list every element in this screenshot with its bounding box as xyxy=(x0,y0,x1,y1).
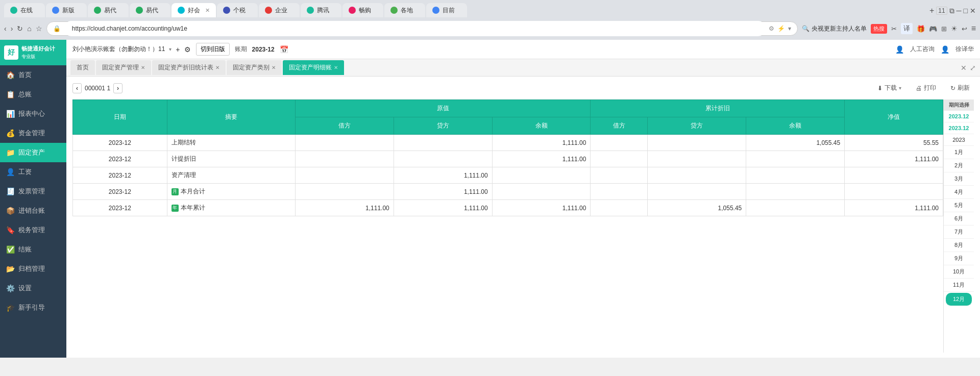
tab-depreciation-stats[interactable]: 固定资产折旧统计表 ✕ xyxy=(152,60,226,75)
restore-window-icon[interactable]: ⧉ xyxy=(949,7,954,15)
sidebar-item-invoice[interactable]: 🧾 发票管理 xyxy=(0,182,66,201)
tab-asset-category[interactable]: 固定资产类别 ✕ xyxy=(227,60,282,75)
browser-tab-active[interactable]: 好会 ✕ xyxy=(172,3,216,17)
col-accumulated-depreciation: 累计折旧 xyxy=(591,100,845,117)
logo-text: 畅捷通好会计 xyxy=(21,45,55,53)
sidebar-item-reports[interactable]: 📊 报表中心 xyxy=(0,104,66,123)
month-10[interactable]: 10月 xyxy=(944,265,974,279)
forward-button[interactable]: › xyxy=(11,24,13,33)
undo-icon[interactable]: ↩ xyxy=(962,25,967,33)
sidebar-item-finance[interactable]: 💰 资金管理 xyxy=(0,123,66,143)
tab-close-icon[interactable]: ✕ xyxy=(141,65,145,70)
browser-tab-chang[interactable]: 畅购 xyxy=(342,3,383,17)
content-area: ‹ 000001 1 › ⬇ 下载 ▾ 🖨 打印 ↻ xyxy=(66,77,980,358)
cut-icon[interactable]: ✂ xyxy=(891,25,897,33)
tab-label: 固定资产类别 xyxy=(233,63,270,72)
calendar-icon[interactable]: 📅 xyxy=(280,45,288,54)
settings-mini-icon[interactable]: ⚙ xyxy=(184,45,191,54)
tab-close-icon[interactable]: ✕ xyxy=(205,7,210,14)
period-value: 2023-12 xyxy=(252,46,275,53)
back-button[interactable]: ‹ xyxy=(4,24,7,33)
maximize-window-icon[interactable]: □ xyxy=(964,7,968,15)
next-page-button[interactable]: › xyxy=(113,83,122,93)
brightness-icon[interactable]: ☀ xyxy=(951,24,958,33)
customer-service-icon: 👤 xyxy=(895,45,904,54)
bookmark-button[interactable]: ☆ xyxy=(36,24,42,33)
tab-overflow-icon[interactable]: 11 xyxy=(936,7,947,15)
grid-icon[interactable]: ⊞ xyxy=(941,25,947,33)
translate-icon[interactable]: 译 xyxy=(901,23,913,34)
url-input[interactable] xyxy=(64,21,766,36)
reload-button[interactable]: ↻ xyxy=(17,24,23,33)
month-1[interactable]: 1月 xyxy=(944,146,974,159)
tab-close-icon[interactable]: ✕ xyxy=(334,65,338,70)
refresh-button[interactable]: ↻ 刷新 xyxy=(946,82,974,94)
browser-tab-new[interactable]: 新版 xyxy=(46,3,87,17)
new-tab-icon[interactable]: + xyxy=(929,6,934,15)
browser-tab-tax[interactable]: 个税 xyxy=(217,3,258,17)
download-button[interactable]: ⬇ 下载 ▾ xyxy=(873,82,905,94)
browser-tab-gedi[interactable]: 各地 xyxy=(384,3,425,17)
menu-icon[interactable]: ≡ xyxy=(971,24,976,33)
sidebar-item-ledger[interactable]: 📋 总账 xyxy=(0,85,66,104)
browser-tab-yidai1[interactable]: 易代 xyxy=(88,3,129,17)
month-4[interactable]: 4月 xyxy=(944,186,974,199)
browser-tab-corp[interactable]: 企业 xyxy=(259,3,300,17)
month-8[interactable]: 8月 xyxy=(944,239,974,252)
sidebar-item-home[interactable]: 🏠 首页 xyxy=(0,65,66,85)
gift-icon[interactable]: 🎁 xyxy=(917,25,925,33)
settings-icon[interactable]: ⚙ xyxy=(769,25,774,32)
month-12[interactable]: 12月 xyxy=(946,293,972,306)
tab-close-icon[interactable]: ✕ xyxy=(272,65,276,70)
browser-tab-muqian[interactable]: 目前 xyxy=(426,3,467,17)
tab-asset-detail[interactable]: 固定资产明细账 ✕ xyxy=(283,60,344,75)
browser-tab-tencent[interactable]: 腾讯 xyxy=(301,3,341,17)
sidebar-item-payroll[interactable]: 👤 工资 xyxy=(0,162,66,182)
tab-label: 腾讯 xyxy=(317,6,329,15)
cell-orig-debit xyxy=(295,135,394,151)
refresh-label: 刷新 xyxy=(958,84,970,92)
home-button[interactable]: ⌂ xyxy=(27,24,31,33)
period-selected-2[interactable]: 2023.12 xyxy=(944,122,974,134)
tab-fixed-asset-mgmt[interactable]: 固定资产管理 ✕ xyxy=(96,60,151,75)
sidebar-item-purchase-sale[interactable]: 📦 进销台账 xyxy=(0,201,66,220)
sidebar-item-close-account[interactable]: ✅ 结账 xyxy=(0,240,66,259)
lightning-icon[interactable]: ⚡ xyxy=(777,25,785,32)
game-icon[interactable]: 🎮 xyxy=(929,25,937,33)
download-dropdown-icon[interactable]: ▾ xyxy=(899,85,901,91)
fullscreen-icon[interactable]: ⤢ xyxy=(970,64,976,72)
switch-button[interactable]: 切到旧版 xyxy=(196,43,230,56)
tab-close-icon[interactable]: ✕ xyxy=(215,65,219,70)
sidebar-item-guide[interactable]: 🎓 新手引导 xyxy=(0,298,66,317)
period-selected-1[interactable]: 2023.12 xyxy=(944,111,974,122)
sidebar-item-settings[interactable]: ⚙️ 设置 xyxy=(0,279,66,298)
month-7[interactable]: 7月 xyxy=(944,225,974,239)
tab-home[interactable]: 首页 xyxy=(70,60,95,75)
month-3[interactable]: 3月 xyxy=(944,172,974,186)
month-9[interactable]: 9月 xyxy=(944,252,974,265)
add-icon[interactable]: + xyxy=(176,45,180,54)
month-2[interactable]: 2月 xyxy=(944,159,974,172)
col-orig-balance: 余额 xyxy=(492,117,591,135)
assets-icon: 📁 xyxy=(6,148,14,157)
tab-label: 好会 xyxy=(188,6,200,15)
close-window-icon[interactable]: ✕ xyxy=(970,7,976,15)
month-5[interactable]: 5月 xyxy=(944,199,974,212)
browser-tab-online[interactable]: 在线 xyxy=(4,3,45,17)
month-6[interactable]: 6月 xyxy=(944,212,974,225)
print-button[interactable]: 🖨 打印 xyxy=(912,82,940,94)
month-11[interactable]: 11月 xyxy=(944,279,974,292)
browser-tab-yidai2[interactable]: 易代 xyxy=(130,3,170,17)
table-row: 2023-12 计提折旧 1,111.00 1,111.00 xyxy=(73,151,943,167)
ledger-icon: 📋 xyxy=(6,90,14,98)
sidebar-item-archive[interactable]: 📂 归档管理 xyxy=(0,259,66,279)
sidebar-item-tax[interactable]: 🔖 税务管理 xyxy=(0,220,66,240)
account-dropdown-icon[interactable]: ▾ xyxy=(169,46,172,52)
dropdown-icon[interactable]: ▾ xyxy=(788,25,791,32)
cell-accum-balance: 1,055.45 xyxy=(746,135,845,151)
prev-page-button[interactable]: ‹ xyxy=(72,83,82,93)
close-tab-icon[interactable]: ✕ xyxy=(961,64,967,72)
sidebar-item-fixed-assets[interactable]: 📁 固定资产 xyxy=(0,143,66,162)
minimize-window-icon[interactable]: ─ xyxy=(957,7,962,15)
customer-service-label[interactable]: 人工咨询 xyxy=(910,45,935,54)
